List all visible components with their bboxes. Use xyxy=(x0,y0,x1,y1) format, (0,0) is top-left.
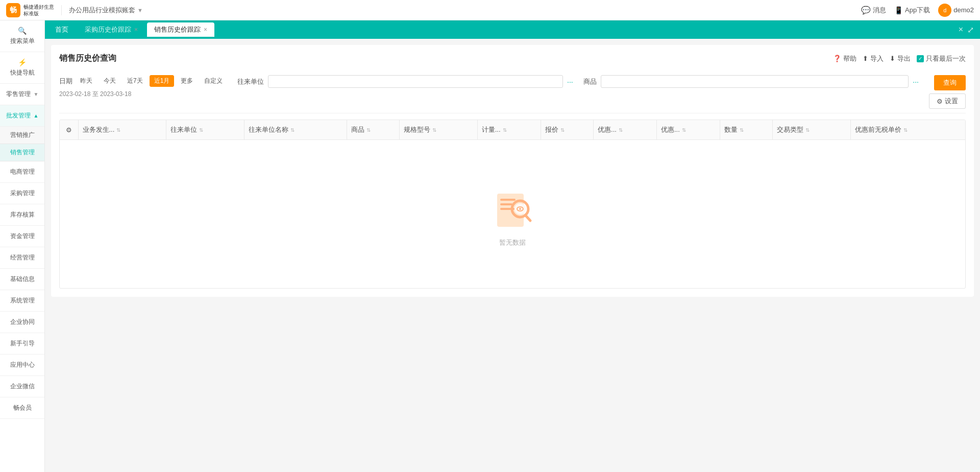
app-selector[interactable]: 办公用品行业模拟账套 ▼ xyxy=(69,6,143,15)
sidebar-label-ecommerce: 电商管理 xyxy=(10,168,35,176)
table-header-discount1[interactable]: 优惠... ⇅ xyxy=(594,120,657,140)
tab-close-all-icon[interactable]: × xyxy=(959,25,963,34)
sidebar-label-purchase-mgmt: 采购管理 xyxy=(10,189,35,198)
app-selector-label: 办公用品行业模拟账套 xyxy=(69,6,135,15)
table-header-counterpart-name[interactable]: 往来单位名称 ⇅ xyxy=(244,120,347,140)
table-body: 暂无数据 xyxy=(60,140,965,289)
discount2-col-label: 优惠... xyxy=(661,125,680,134)
logo-text: 畅捷通好生意 标准版 xyxy=(23,4,54,17)
sidebar-item-members[interactable]: 畅会员 xyxy=(0,397,44,419)
sort-quote-icon[interactable]: ⇅ xyxy=(560,127,565,133)
page-header-actions: ❓ 帮助 ⬆ 导入 ⬇ 导出 ✓ 只看最后一次 xyxy=(833,54,966,63)
sidebar-item-guide[interactable]: 新手引导 xyxy=(0,333,44,355)
sidebar-item-marketing[interactable]: 营销推广 xyxy=(0,127,44,144)
sort-quantity-icon[interactable]: ⇅ xyxy=(740,127,744,133)
sidebar-item-quick-nav[interactable]: ⚡ 快捷导航 xyxy=(0,52,44,84)
goods-col-label: 商品 xyxy=(351,125,364,134)
sidebar-label-capital: 资金管理 xyxy=(10,232,35,241)
sort-pre-discount-price-icon[interactable]: ⇅ xyxy=(903,127,908,133)
table-header-quote[interactable]: 报价 ⇅ xyxy=(541,120,593,140)
sidebar-item-system[interactable]: 系统管理 xyxy=(0,290,44,312)
svg-rect-2 xyxy=(500,203,512,205)
date-btn-today[interactable]: 今天 xyxy=(99,75,120,87)
date-btn-7days[interactable]: 近7天 xyxy=(122,75,148,87)
message-nav-item[interactable]: 💬 消息 xyxy=(861,6,886,15)
sidebar-item-wechat[interactable]: 企业微信 xyxy=(0,376,44,397)
help-icon: ❓ xyxy=(833,55,841,62)
empty-state-cell: 暂无数据 xyxy=(60,140,965,289)
sidebar-label-guide: 新手引导 xyxy=(10,339,35,348)
tab-sales-label: 销售历史价跟踪 xyxy=(154,25,201,34)
settings-button[interactable]: ⚙ 设置 xyxy=(929,93,966,109)
table-header-trade-type[interactable]: 交易类型 ⇅ xyxy=(773,120,850,140)
sidebar-item-retail[interactable]: 零售管理 ▼ xyxy=(0,84,44,105)
counterpart-col-label: 往来单位 xyxy=(170,125,197,134)
sort-discount2-icon[interactable]: ⇅ xyxy=(682,127,686,133)
sidebar-item-operations[interactable]: 经营管理 xyxy=(0,247,44,269)
query-button[interactable]: 查询 xyxy=(934,75,966,90)
empty-state-row: 暂无数据 xyxy=(60,140,965,289)
sort-goods-icon[interactable]: ⇅ xyxy=(366,127,371,133)
tab-sales[interactable]: 销售历史价跟踪 × xyxy=(147,22,214,37)
sort-counterpart-name-icon[interactable]: ⇅ xyxy=(290,127,295,133)
export-action[interactable]: ⬇ 导出 xyxy=(890,54,911,63)
help-action[interactable]: ❓ 帮助 xyxy=(833,54,856,63)
dropdown-arrow-icon: ▼ xyxy=(137,7,143,13)
table-header-counterpart[interactable]: 往来单位 ⇅ xyxy=(166,120,244,140)
date-btn-more[interactable]: 更多 xyxy=(176,75,198,87)
sort-spec-icon[interactable]: ⇅ xyxy=(432,127,436,133)
counterpart-dots[interactable]: ··· xyxy=(567,78,573,86)
sidebar-item-ecommerce[interactable]: 电商管理 xyxy=(0,161,44,183)
sort-trade-type-icon[interactable]: ⇅ xyxy=(805,127,810,133)
spec-col-label: 规格型号 xyxy=(404,125,430,134)
table-header-pre-discount-price[interactable]: 优惠前无税单价 ⇅ xyxy=(850,120,965,140)
logo-icon: 畅 xyxy=(6,3,20,17)
goods-dots[interactable]: ··· xyxy=(913,78,919,86)
table-header-quantity[interactable]: 数量 ⇅ xyxy=(720,120,772,140)
table-header-discount2[interactable]: 优惠... ⇅ xyxy=(656,120,720,140)
sidebar: 🔍 搜索菜单 ⚡ 快捷导航 零售管理 ▼ 批发管理 ▲ 营销推广 销售管理 电商… xyxy=(0,20,45,472)
sidebar-item-search[interactable]: 🔍 搜索菜单 xyxy=(0,20,44,52)
tab-maximize-icon[interactable]: ⤢ xyxy=(967,25,974,35)
tab-sales-close-icon[interactable]: × xyxy=(204,27,207,33)
tab-home[interactable]: 首页 xyxy=(48,22,76,37)
counterpart-input[interactable] xyxy=(268,75,563,88)
only-last-label: 只看最后一次 xyxy=(926,54,966,63)
data-table: ⚙ 业务发生... ⇅ 往来单 xyxy=(60,120,965,288)
sidebar-label-search: 搜索菜单 xyxy=(10,37,35,45)
sort-discount1-icon[interactable]: ⇅ xyxy=(619,127,623,133)
table-header-goods[interactable]: 商品 ⇅ xyxy=(347,120,399,140)
sidebar-item-sales-mgmt[interactable]: 销售管理 xyxy=(0,144,44,161)
only-last-checkbox-label[interactable]: ✓ 只看最后一次 xyxy=(917,54,966,63)
table-header-spec[interactable]: 规格型号 ⇅ xyxy=(400,120,477,140)
sidebar-item-wholesale[interactable]: 批发管理 ▲ xyxy=(0,105,44,127)
tab-purchase-close-icon[interactable]: × xyxy=(134,27,138,33)
app-download-nav-item[interactable]: 📱 App下载 xyxy=(894,6,930,15)
sidebar-item-enterprise[interactable]: 企业协同 xyxy=(0,312,44,333)
logo-area[interactable]: 畅 畅捷通好生意 标准版 xyxy=(6,3,54,17)
table-header-unit[interactable]: 计量... ⇅ xyxy=(477,120,541,140)
table-header-gear[interactable]: ⚙ xyxy=(60,120,78,140)
sidebar-item-capital[interactable]: 资金管理 xyxy=(0,226,44,247)
sidebar-item-app-center[interactable]: 应用中心 xyxy=(0,355,44,376)
gear-icon: ⚙ xyxy=(66,126,72,134)
import-action[interactable]: ⬆ 导入 xyxy=(863,54,884,63)
date-btn-1month[interactable]: 近1月 xyxy=(150,75,175,87)
help-label: 帮助 xyxy=(843,54,856,63)
sort-biz-date-icon[interactable]: ⇅ xyxy=(116,127,120,133)
tab-purchase[interactable]: 采购历史价跟踪 × xyxy=(78,22,145,37)
sort-counterpart-icon[interactable]: ⇅ xyxy=(199,127,203,133)
date-btn-yesterday[interactable]: 昨天 xyxy=(76,75,97,87)
sidebar-item-basic-info[interactable]: 基础信息 xyxy=(0,269,44,290)
sidebar-item-inventory[interactable]: 库存核算 xyxy=(0,204,44,226)
sidebar-item-purchase-mgmt[interactable]: 采购管理 xyxy=(0,183,44,204)
sort-unit-icon[interactable]: ⇅ xyxy=(503,127,507,133)
empty-text: 暂无数据 xyxy=(499,238,526,247)
counterpart-filter-group: 往来单位 ··· xyxy=(237,75,573,88)
discount1-col-label: 优惠... xyxy=(598,125,617,134)
top-bar: 畅 畅捷通好生意 标准版 办公用品行业模拟账套 ▼ 💬 消息 📱 App下载 d… xyxy=(0,0,980,20)
user-nav-item[interactable]: d demo2 xyxy=(938,4,974,17)
table-header-biz-date[interactable]: 业务发生... ⇅ xyxy=(78,120,166,140)
date-btn-custom[interactable]: 自定义 xyxy=(200,75,227,87)
goods-input[interactable] xyxy=(601,75,909,88)
